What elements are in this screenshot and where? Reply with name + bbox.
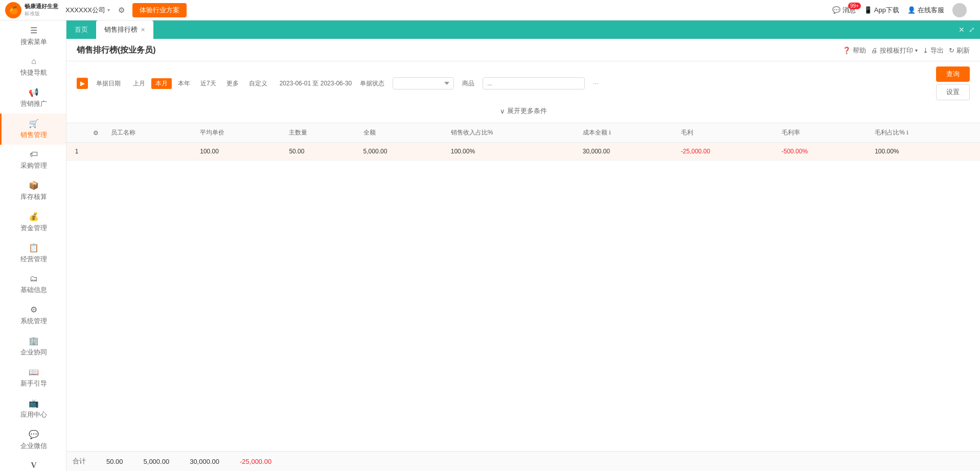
footer-cost: 30,000.00 <box>190 458 219 465</box>
settings-button[interactable]: 设置 <box>936 84 970 100</box>
sidebar-label-system: 系统管理 <box>20 317 47 326</box>
query-button[interactable]: 查询 <box>936 66 970 82</box>
help-label: 帮助 <box>853 46 866 55</box>
print-button[interactable]: 🖨 按模板打印 ▾ <box>871 46 918 55</box>
app-center-icon: 📺 <box>29 398 39 408</box>
sidebar-label-guide: 新手引导 <box>20 379 47 388</box>
status-select[interactable] <box>393 77 454 89</box>
cell-sales-pct: 100.00% <box>445 143 577 161</box>
date-range-display: 2023-06-01 至 2023-06-30 <box>280 79 352 88</box>
sidebar-item-vip[interactable]: V 畅会员 <box>0 456 66 471</box>
sidebar-label-operations: 经营管理 <box>20 255 47 264</box>
expand-label: 展开更多条件 <box>507 106 547 116</box>
sidebar-item-guide[interactable]: 📖 新手引导 <box>0 362 66 393</box>
message-badge: 99+ <box>848 3 861 9</box>
tab-close-icon[interactable]: ✕ <box>141 27 145 33</box>
sidebar-label-quicknav: 快捷导航 <box>20 68 47 77</box>
filter-toggle-button[interactable]: ▶ <box>77 78 88 89</box>
help-icon: ❓ <box>842 47 851 54</box>
page-title: 销售排行榜(按业务员) <box>77 45 156 56</box>
tab-sales-ranking-label: 销售排行榜 <box>104 25 138 34</box>
service-icon: 👤 <box>907 6 916 14</box>
help-button[interactable]: ❓ 帮助 <box>842 46 866 55</box>
sidebar: ☰ 搜索菜单 ⌂ 快捷导航 📢 营销推广 🛒 销售管理 🏷 采购管理 📦 库存核… <box>0 20 66 471</box>
footer-gross-value: -25,000.00 <box>240 458 271 465</box>
tab-home[interactable]: 首页 <box>66 20 96 39</box>
status-label: 单据状态 <box>360 79 384 88</box>
tab-sales-ranking[interactable]: 销售排行榜 ✕ <box>96 20 153 39</box>
settings-icon-btn[interactable]: ⚙ <box>114 3 128 17</box>
online-service-label: 在线客服 <box>918 6 944 15</box>
cell-gross-rate: -500.00% <box>776 143 869 161</box>
refresh-icon: ↻ <box>949 47 954 54</box>
export-button[interactable]: ⤓ 导出 <box>923 46 944 55</box>
table-header-row: ⚙ 员工名称 平均单价 主数量 全额 销售收入占比% 成本全额 ℹ 毛利 毛利率… <box>66 123 980 143</box>
th-employee-name: 员工名称 <box>105 123 194 143</box>
trial-button[interactable]: 体验行业方案 <box>132 3 187 17</box>
date-tab-this-year[interactable]: 本年 <box>174 78 194 89</box>
date-tab-7days[interactable]: 近7天 <box>196 78 220 89</box>
goods-input[interactable] <box>483 77 585 89</box>
sidebar-item-sales[interactable]: 🛒 销售管理 <box>0 114 66 145</box>
logo-icon: 🍊 <box>5 2 21 18</box>
purchase-icon: 🏷 <box>30 150 38 159</box>
cell-qty: 50.00 <box>283 143 357 161</box>
tab-bar: 首页 销售排行榜 ✕ ✕ ⤢ <box>66 20 980 39</box>
th-sales-pct: 销售收入占比% <box>445 123 577 143</box>
restore-window-icon[interactable]: ⤢ <box>969 26 975 34</box>
date-tab-custom[interactable]: 自定义 <box>245 78 271 89</box>
sidebar-item-operations[interactable]: 📋 经营管理 <box>0 238 66 269</box>
sidebar-item-enterprise[interactable]: 🏢 企业协同 <box>0 331 66 362</box>
table-body: 1 100.00 50.00 5,000.00 100.00% 30,000.0… <box>66 143 980 161</box>
th-gross: 毛利 <box>675 123 776 143</box>
table-footer: 合计 50.00 5,000.00 30,000.00 -25,000.00 <box>66 451 980 471</box>
sidebar-item-wechat[interactable]: 💬 企业微信 <box>0 424 66 456</box>
date-label: 单据日期 <box>96 79 121 88</box>
th-gross-rate: 毛利率 <box>776 123 869 143</box>
message-button[interactable]: 💬 消息 99+ <box>832 6 856 15</box>
sidebar-item-basic-info[interactable]: 🗂 基础信息 <box>0 269 66 300</box>
sidebar-item-search[interactable]: ☰ 搜索菜单 <box>0 20 66 52</box>
app-download-button[interactable]: 📱 App下载 <box>864 6 899 15</box>
print-icon: 🖨 <box>871 47 878 54</box>
sidebar-label-enterprise: 企业协同 <box>20 348 47 357</box>
inventory-icon: 📦 <box>29 181 39 190</box>
refresh-button[interactable]: ↻ 刷新 <box>949 46 970 55</box>
cost-info-icon[interactable]: ℹ <box>609 129 611 136</box>
top-bar: 🍊 畅康通好生意 标准版 XXXXXX公司 ▾ ⚙ 体验行业方案 💬 消息 99… <box>0 0 980 20</box>
date-tab-this-month[interactable]: 本月 <box>151 78 172 89</box>
filter-row-1: ▶ 单据日期 上月 本月 本年 近7天 更多 自定义 2023-06-01 至 … <box>77 66 970 100</box>
date-tab-last-month[interactable]: 上月 <box>129 78 149 89</box>
cell-cost: 30,000.00 <box>577 143 675 161</box>
online-service-button[interactable]: 👤 在线客服 <box>907 6 944 15</box>
goods-label: 商品 <box>462 79 474 88</box>
more-options-icon[interactable]: ··· <box>593 80 598 87</box>
sidebar-label-wechat: 企业微信 <box>20 441 47 451</box>
home-icon: ⌂ <box>31 57 36 66</box>
date-tab-more[interactable]: 更多 <box>222 78 243 89</box>
message-icon: 💬 <box>832 6 840 14</box>
close-window-icon[interactable]: ✕ <box>959 26 965 34</box>
top-right-actions: 💬 消息 99+ 📱 App下载 👤 在线客服 <box>832 3 975 17</box>
company-selector[interactable]: XXXXXX公司 ▾ <box>65 6 110 15</box>
footer-qty-value: 50.00 <box>106 458 123 465</box>
sales-icon: 🛒 <box>29 119 39 128</box>
sidebar-item-finance[interactable]: 💰 资金管理 <box>0 207 66 238</box>
company-name: XXXXXX公司 <box>65 6 105 15</box>
system-icon: ⚙ <box>30 305 37 315</box>
th-qty: 主数量 <box>283 123 357 143</box>
sidebar-item-app-center[interactable]: 📺 应用中心 <box>0 393 66 424</box>
avatar[interactable] <box>952 3 967 17</box>
finance-icon: 💰 <box>29 212 39 221</box>
expand-more-row[interactable]: ∨ 展开更多条件 <box>77 104 970 118</box>
sidebar-item-quicknav[interactable]: ⌂ 快捷导航 <box>0 52 66 82</box>
gross-pct-info-icon[interactable]: ℹ <box>906 129 908 136</box>
search-menu-icon: ☰ <box>30 26 37 35</box>
cell-employee-name <box>105 143 194 161</box>
sidebar-item-purchase[interactable]: 🏷 采购管理 <box>0 145 66 175</box>
sidebar-item-system[interactable]: ⚙ 系统管理 <box>0 300 66 331</box>
sidebar-item-inventory[interactable]: 📦 库存核算 <box>0 175 66 207</box>
basic-info-icon: 🗂 <box>30 274 38 283</box>
sidebar-item-marketing[interactable]: 📢 营销推广 <box>0 82 66 114</box>
th-settings[interactable]: ⚙ <box>87 123 105 143</box>
